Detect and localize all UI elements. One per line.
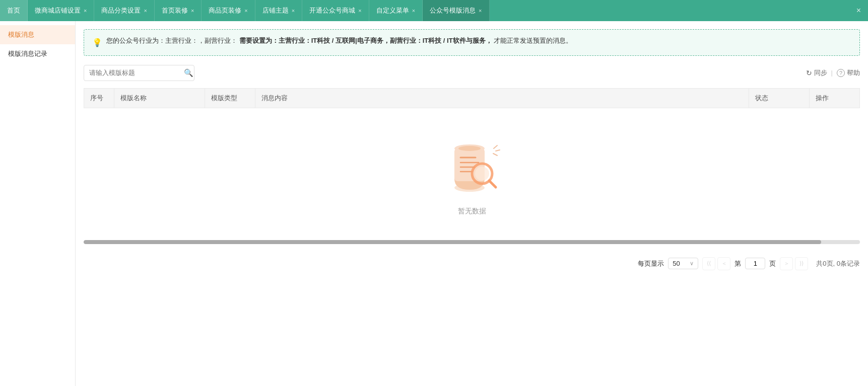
svg-line-10 bbox=[489, 181, 496, 187]
help-button[interactable]: ? 帮助 bbox=[837, 68, 860, 78]
sidebar-item-template-msg-label: 模版消息 bbox=[8, 31, 34, 38]
svg-point-9 bbox=[475, 167, 489, 181]
nav-tab-theme-label: 店铺主题 bbox=[262, 6, 289, 15]
toolbar-divider: | bbox=[831, 69, 833, 76]
nav-tab-mall[interactable]: 开通公众号商城 × bbox=[302, 0, 369, 21]
nav-tab-theme[interactable]: 店铺主题 × bbox=[255, 0, 302, 21]
nav-tab-product-close[interactable]: × bbox=[244, 8, 247, 14]
top-nav: 首页 微商城店铺设置 × 商品分类设置 × 首页装修 × 商品页装修 × 店铺主… bbox=[0, 0, 868, 21]
nav-tab-theme-close[interactable]: × bbox=[292, 8, 295, 14]
nav-tab-template[interactable]: 公众号模版消息 × bbox=[423, 0, 489, 21]
page-size-chevron: ∨ bbox=[690, 260, 694, 267]
col-header-status: 状态 bbox=[749, 88, 810, 108]
svg-line-11 bbox=[494, 145, 497, 148]
nav-tab-homepage-close[interactable]: × bbox=[191, 8, 194, 14]
nav-tab-wshop[interactable]: 微商城店铺设置 × bbox=[28, 0, 94, 21]
nav-tab-menu-label: 自定义菜单 bbox=[376, 6, 409, 15]
nav-tab-homepage-label: 首页装修 bbox=[162, 6, 188, 15]
notice-box: 💡 您的公众号行业为：主营行业：，副营行业： 需要设置为：主营行业：IT科技 /… bbox=[84, 29, 860, 56]
content-area: 💡 您的公众号行业为：主营行业：，副营行业： 需要设置为：主营行业：IT科技 /… bbox=[76, 21, 868, 386]
nav-tab-homepage[interactable]: 首页装修 × bbox=[155, 0, 202, 21]
toolbar-right: ↻ 同步 | ? 帮助 bbox=[806, 68, 860, 78]
notice-icon: 💡 bbox=[92, 36, 102, 49]
notice-text: 您的公众号行业为：主营行业：，副营行业： 需要设置为：主营行业：IT科技 / 互… bbox=[106, 36, 572, 46]
search-input-wrap: 🔍 bbox=[84, 65, 194, 81]
col-header-action: 操作 bbox=[810, 88, 860, 108]
sync-label: 同步 bbox=[814, 68, 827, 78]
nav-tab-home[interactable]: 首页 bbox=[0, 0, 28, 21]
sidebar-item-template-record-label: 模版消息记录 bbox=[8, 50, 47, 57]
sync-button[interactable]: ↻ 同步 bbox=[806, 68, 827, 78]
nav-tab-mall-label: 开通公众号商城 bbox=[309, 6, 355, 15]
empty-illustration bbox=[439, 133, 505, 199]
nav-tab-wshop-close[interactable]: × bbox=[84, 8, 87, 14]
help-label: 帮助 bbox=[847, 68, 860, 78]
page-label-before: 第 bbox=[735, 259, 741, 268]
page-first-button[interactable]: ⟨⟨ bbox=[702, 257, 715, 270]
nav-tab-category[interactable]: 商品分类设置 × bbox=[94, 0, 154, 21]
nav-tab-wshop-label: 微商城店铺设置 bbox=[35, 6, 81, 15]
pagination: 每页显示 50 ∨ ⟨⟨ ＜ 第 页 ＞ ⟩⟩ 共0页, 0条记录 bbox=[84, 253, 860, 272]
sidebar-item-template-record[interactable]: 模版消息记录 bbox=[0, 44, 75, 63]
nav-tab-template-label: 公众号模版消息 bbox=[430, 6, 476, 15]
empty-state: 暂无数据 bbox=[84, 108, 860, 231]
svg-line-12 bbox=[496, 150, 500, 151]
help-icon: ? bbox=[837, 69, 845, 77]
svg-point-7 bbox=[458, 146, 481, 151]
col-header-content: 消息内容 bbox=[255, 88, 749, 108]
sync-icon: ↻ bbox=[806, 69, 812, 77]
col-header-type: 模版类型 bbox=[205, 88, 255, 108]
nav-tab-menu-close[interactable]: × bbox=[412, 8, 415, 14]
svg-line-13 bbox=[493, 153, 497, 156]
sidebar: 模版消息 模版消息记录 bbox=[0, 21, 76, 386]
search-button[interactable]: 🔍 bbox=[179, 65, 194, 81]
page-summary: 共0页, 0条记录 bbox=[816, 259, 860, 268]
search-input[interactable] bbox=[84, 66, 179, 80]
page-size-label: 每页显示 bbox=[638, 259, 664, 268]
page-label-after: 页 bbox=[769, 259, 776, 268]
search-bar: 🔍 ↻ 同步 | ? 帮助 bbox=[84, 65, 860, 81]
page-prev-button[interactable]: ＜ bbox=[717, 257, 730, 270]
page-size-value: 50 bbox=[673, 260, 680, 267]
search-icon: 🔍 bbox=[184, 68, 193, 77]
sidebar-item-template-msg[interactable]: 模版消息 bbox=[0, 25, 75, 44]
data-table: 序号 模版名称 模版类型 消息内容 状态 操作 bbox=[84, 88, 860, 231]
page-number-input[interactable] bbox=[745, 258, 765, 269]
empty-text: 暂无数据 bbox=[458, 207, 486, 216]
table-empty-row: 暂无数据 bbox=[84, 108, 860, 231]
nav-tab-product-label: 商品页装修 bbox=[209, 6, 241, 15]
page-nav: ⟨⟨ ＜ 第 页 ＞ ⟩⟩ bbox=[702, 257, 808, 270]
page-last-button[interactable]: ⟩⟩ bbox=[795, 257, 808, 270]
nav-tab-category-label: 商品分类设置 bbox=[101, 6, 141, 15]
nav-tab-product[interactable]: 商品页装修 × bbox=[202, 0, 255, 21]
col-header-index: 序号 bbox=[84, 88, 114, 108]
scroll-thumb bbox=[84, 240, 821, 244]
close-all-button[interactable]: × bbox=[849, 6, 868, 15]
nav-tab-category-close[interactable]: × bbox=[144, 8, 147, 14]
nav-tab-template-close[interactable]: × bbox=[479, 8, 482, 14]
table-header-row: 序号 模版名称 模版类型 消息内容 状态 操作 bbox=[84, 88, 860, 108]
col-header-name: 模版名称 bbox=[114, 88, 205, 108]
page-next-button[interactable]: ＞ bbox=[780, 257, 793, 270]
main-layout: 模版消息 模版消息记录 💡 您的公众号行业为：主营行业：，副营行业： 需要设置为… bbox=[0, 21, 868, 386]
nav-tab-mall-close[interactable]: × bbox=[358, 8, 361, 14]
nav-tab-home-label: 首页 bbox=[7, 6, 20, 15]
horizontal-scrollbar[interactable] bbox=[84, 240, 860, 244]
nav-tab-menu[interactable]: 自定义菜单 × bbox=[369, 0, 423, 21]
page-size-select[interactable]: 50 ∨ bbox=[668, 258, 698, 269]
